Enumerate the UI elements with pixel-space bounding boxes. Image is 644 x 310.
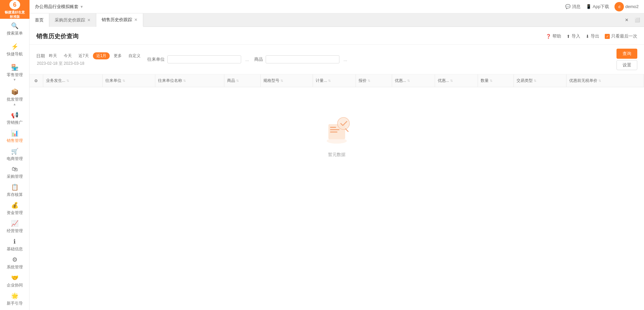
sidebar-item-wholesale-mgmt[interactable]: 📦 批发管理 ▲: [0, 85, 29, 109]
empty-text: 暂元数据: [328, 152, 345, 158]
system-mgmt-icon: ⚙: [12, 256, 17, 263]
date-btn-today[interactable]: 今天: [61, 52, 74, 59]
product-label: 商品: [254, 56, 263, 62]
user-label: demo2: [625, 4, 639, 9]
col-quote[interactable]: 报价 ⇅: [356, 74, 392, 87]
import-button[interactable]: ⬆ 导入: [567, 33, 580, 39]
date-btn-1month[interactable]: 近1月: [93, 52, 110, 59]
sidebar-item-purchase-mgmt[interactable]: 🛍 采购管理: [0, 164, 29, 182]
sidebar-item-system-mgmt[interactable]: ⚙ 系统管理: [0, 254, 29, 272]
partner-search-dots[interactable]: ...: [244, 57, 250, 62]
only-last-checkbox[interactable]: [605, 34, 610, 39]
col-qty[interactable]: 数量 ⇅: [478, 74, 514, 87]
sort-icon-qty: ⇅: [490, 79, 492, 83]
product-search-input[interactable]: [266, 55, 339, 63]
col-settings[interactable]: ⚙: [30, 74, 43, 87]
tab-purchase-history-label: 采购历史价跟踪: [55, 17, 85, 23]
account-dropdown[interactable]: 办公用品行业模拟账套 ▼: [35, 4, 84, 10]
export-button[interactable]: ⬇ 导出: [586, 33, 599, 39]
data-table-container: ⚙ 业务发生... ⇅ 往来单位 ⇅: [30, 74, 644, 310]
sidebar-item-sales-mgmt[interactable]: 📊 销售管理: [0, 127, 29, 146]
col-biz-date-label: 业务发生...: [46, 78, 65, 84]
col-unit[interactable]: 计量... ⇅: [313, 74, 356, 87]
product-search-dots[interactable]: ...: [342, 57, 348, 62]
col-biz-date[interactable]: 业务发生... ⇅: [43, 74, 103, 87]
maximize-btn[interactable]: ⬜: [633, 16, 641, 24]
user-profile[interactable]: d demo2: [614, 2, 639, 11]
quick-nav-icon: ⚡: [11, 43, 18, 50]
sidebar-item-new-guide[interactable]: 🌟 新手引导: [0, 290, 29, 308]
col-quote-label: 报价: [359, 78, 367, 84]
partner-search-input[interactable]: [167, 55, 241, 63]
sidebar-item-label: 搜索菜单: [7, 31, 23, 36]
col-discount1[interactable]: 优惠... ⇅: [392, 74, 435, 87]
import-icon: ⬆: [567, 34, 570, 39]
date-btn-custom[interactable]: 自定义: [126, 52, 143, 59]
marketing-icon: 📢: [11, 111, 18, 119]
col-partner-code-label: 往来单位: [105, 78, 121, 84]
ops-mgmt-icon: 📈: [11, 220, 18, 227]
col-product[interactable]: 商品 ⇅: [224, 74, 260, 87]
product-search-field: 商品 ...: [254, 55, 348, 63]
sidebar-item-label: 库存核算: [7, 192, 23, 198]
col-trade-type[interactable]: 交易类型 ⇅: [514, 74, 566, 87]
sort-icon-unit: ⇅: [328, 79, 331, 83]
settings-gear-icon: ⚙: [34, 79, 38, 83]
tabbar-actions: ✕ ⬜: [623, 16, 644, 24]
main-content: 办公用品行业模拟账套 ▼ 💬 消息 📱 App下载 d demo2 首页: [30, 0, 644, 310]
col-partner-code[interactable]: 往来单位 ⇅: [103, 74, 155, 87]
sidebar-item-enterprise-collab[interactable]: 🤝 企业协同: [0, 272, 29, 290]
sidebar-item-marketing[interactable]: 📢 营销推广: [0, 109, 29, 127]
sidebar-item-inventory[interactable]: 📋 库存核算: [0, 182, 29, 200]
date-btn-more[interactable]: 更多: [111, 52, 124, 59]
only-last-checkbox-group[interactable]: 只看最后一次: [605, 33, 637, 39]
sidebar-item-label: 资金管理: [7, 210, 23, 216]
col-qty-label: 数量: [481, 78, 489, 84]
message-icon: 💬: [565, 4, 571, 9]
sidebar-item-label: 快捷导航: [7, 51, 23, 57]
new-guide-icon: 🌟: [11, 292, 18, 300]
tab-purchase-history-close[interactable]: ✕: [87, 18, 91, 22]
sidebar-item-label: 采购管理: [7, 174, 23, 179]
col-product-label: 商品: [227, 78, 235, 84]
message-btn[interactable]: 💬 消息: [565, 4, 581, 10]
settings-button[interactable]: 设置: [616, 60, 637, 70]
sidebar-item-ops-mgmt[interactable]: 📈 经营管理: [0, 218, 29, 236]
app-logo: 6 畅捷通好生意 标准版: [0, 0, 30, 19]
export-label: 导出: [591, 33, 599, 39]
enterprise-collab-icon: 🤝: [11, 274, 18, 281]
empty-state: 暂元数据: [30, 87, 644, 185]
tab-home-label: 首页: [35, 17, 44, 23]
partner-search-field: 往来单位 ...: [147, 55, 250, 63]
col-discount2[interactable]: 优惠... ⇅: [435, 74, 478, 87]
app-download-btn[interactable]: 📱 App下载: [586, 4, 609, 10]
col-pre-tax-price[interactable]: 优惠前无税单价 ⇅: [566, 74, 644, 87]
date-btn-7days[interactable]: 近7天: [76, 52, 92, 59]
tab-purchase-history[interactable]: 采购历史价跟踪 ✕: [49, 13, 96, 27]
tab-sales-history[interactable]: 销售历史价跟踪 ✕: [96, 13, 143, 27]
sidebar-item-retail-mgmt[interactable]: 🏪 零售管理 ▼: [0, 60, 29, 85]
sidebar-item-ecommerce-mgmt[interactable]: 🛒 电商管理: [0, 146, 29, 164]
sidebar-item-finance-mgmt[interactable]: 💰 资金管理: [0, 200, 29, 218]
sidebar-item-app-center[interactable]: 📱 应用中心: [0, 308, 29, 310]
col-spec[interactable]: 规格型号 ⇅: [260, 74, 313, 87]
only-last-label: 只看最后一次: [611, 33, 637, 39]
expand-icon: ▼: [13, 78, 16, 82]
data-table: ⚙ 业务发生... ⇅ 往来单位 ⇅: [30, 74, 644, 185]
sidebar-item-search-menu[interactable]: 🔍 搜索菜单: [0, 19, 29, 40]
date-btn-yesterday[interactable]: 昨天: [46, 52, 60, 59]
logo-subtitle: 标准版: [10, 14, 20, 19]
help-button[interactable]: ❓ 帮助: [546, 33, 561, 39]
query-button[interactable]: 查询: [616, 49, 637, 59]
basic-info-icon: ℹ: [13, 238, 16, 245]
sidebar-item-quick-nav[interactable]: ⚡ 快捷导航: [0, 40, 29, 60]
tab-sales-history-close[interactable]: ✕: [134, 17, 138, 22]
col-partner-name[interactable]: 往来单位名称 ⇅: [155, 74, 224, 87]
close-all-tabs-btn[interactable]: ✕: [623, 16, 631, 24]
sidebar-item-basic-info[interactable]: ℹ 基础信息: [0, 236, 29, 254]
wholesale-mgmt-icon: 📦: [11, 88, 18, 96]
tab-home[interactable]: 首页: [30, 13, 49, 27]
purchase-mgmt-icon: 🛍: [12, 166, 18, 173]
retail-mgmt-icon: 🏪: [11, 64, 18, 71]
logo-text: 畅捷通好生意: [5, 10, 25, 14]
